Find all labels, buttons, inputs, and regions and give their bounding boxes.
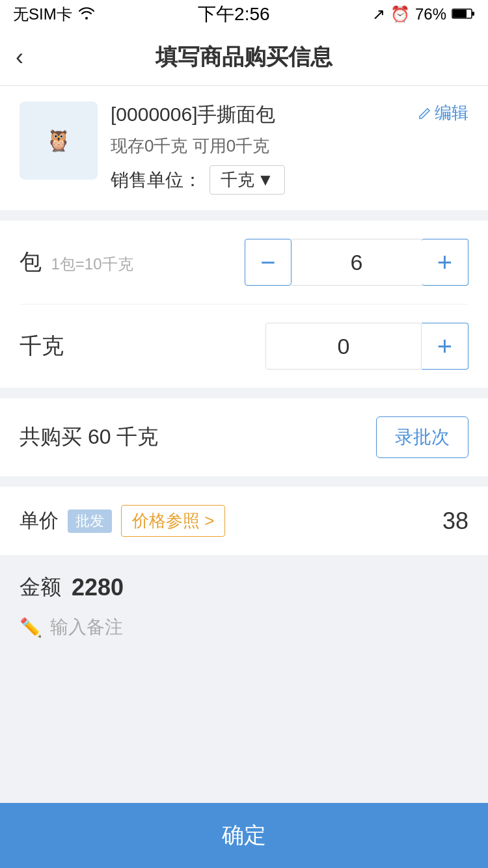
quantity-section: 包 1包=10千克 − + 千克 + (0, 221, 488, 388)
price-label: 单价 批发 价格参照 > (20, 505, 225, 537)
product-title-row: [0000006]手撕面包 编辑 (111, 102, 468, 128)
quantity-label-kg: 千克 (20, 331, 64, 361)
price-value: 38 (442, 508, 468, 535)
qty-input-kg[interactable] (265, 323, 422, 370)
carrier-text: 无SIM卡 (13, 4, 72, 25)
amount-section: 金额 2280 ✏️ 输入备注 (0, 555, 488, 653)
product-card: 🦉 [0000006]手撕面包 编辑 现存0千克 可用0千克 销售单位： 千克 … (0, 86, 488, 210)
status-time: 下午2:56 (198, 2, 270, 27)
qty-controls-bag: − + (245, 239, 468, 286)
battery-icon (452, 5, 475, 23)
edit-button[interactable]: 编辑 (418, 102, 468, 124)
amount-value: 2280 (72, 574, 124, 601)
unit-dropdown-icon: ▼ (257, 170, 274, 190)
svg-rect-2 (472, 12, 474, 16)
unit-select[interactable]: 千克 ▼ (210, 165, 285, 195)
qty-label-text-bag: 包 (20, 249, 42, 274)
qty-input-bag[interactable] (291, 239, 422, 286)
price-label-text: 单价 (20, 508, 59, 534)
status-carrier: 无SIM卡 (13, 4, 96, 25)
price-section: 单价 批发 价格参照 > 38 (0, 487, 488, 555)
product-name: [0000006]手撕面包 (111, 102, 275, 128)
product-info: [0000006]手撕面包 编辑 现存0千克 可用0千克 销售单位： 千克 ▼ (111, 102, 468, 195)
product-stock: 现存0千克 可用0千克 (111, 135, 468, 157)
product-unit-row: 销售单位： 千克 ▼ (111, 165, 468, 195)
price-row: 单价 批发 价格参照 > 38 (20, 505, 468, 537)
product-image: 🦉 (20, 102, 98, 180)
unit-label: 销售单位： (111, 168, 202, 193)
amount-row: 金额 2280 (20, 573, 468, 602)
price-ref-button[interactable]: 价格参照 > (121, 505, 225, 537)
confirm-button-label: 确定 (222, 821, 266, 850)
quantity-row-bag: 包 1包=10千克 − + (20, 221, 468, 305)
amount-label: 金额 (20, 573, 61, 602)
qty-hint-bag: 1包=10千克 (51, 255, 133, 273)
status-bar: 无SIM卡 下午2:56 ↗ ⏰ 76% (0, 0, 488, 29)
summary-row: 共购买 60 千克 录批次 (0, 398, 488, 476)
summary-text: 共购买 60 千克 (20, 423, 158, 452)
qty-minus-bag[interactable]: − (245, 239, 291, 286)
batch-button[interactable]: 录批次 (376, 416, 468, 458)
svg-text:🦉: 🦉 (46, 128, 72, 153)
qty-plus-kg[interactable]: + (422, 323, 468, 370)
edit-label: 编辑 (435, 102, 468, 124)
confirm-bar[interactable]: 确定 (0, 803, 488, 868)
unit-value: 千克 (221, 169, 254, 191)
wifi-icon (77, 5, 96, 23)
edit-pencil-icon: ✏️ (20, 617, 42, 638)
page-title: 填写商品购买信息 (156, 42, 332, 72)
remark-placeholder: 输入备注 (50, 615, 123, 640)
nav-bar: ‹ 填写商品购买信息 (0, 29, 488, 86)
quantity-row-kg: 千克 + (20, 305, 468, 388)
location-icon: ↗ (372, 5, 385, 23)
remark-row[interactable]: ✏️ 输入备注 (20, 615, 468, 653)
alarm-icon: ⏰ (390, 5, 410, 23)
status-indicators: ↗ ⏰ 76% (372, 5, 475, 23)
qty-plus-bag[interactable]: + (422, 239, 468, 286)
price-tag-batch: 批发 (68, 509, 112, 533)
qty-controls-kg: + (265, 323, 468, 370)
battery-percent: 76% (415, 5, 446, 23)
back-button[interactable]: ‹ (16, 44, 23, 71)
svg-rect-1 (453, 10, 467, 18)
quantity-label-bag: 包 1包=10千克 (20, 247, 133, 277)
qty-label-text-kg: 千克 (20, 333, 64, 358)
